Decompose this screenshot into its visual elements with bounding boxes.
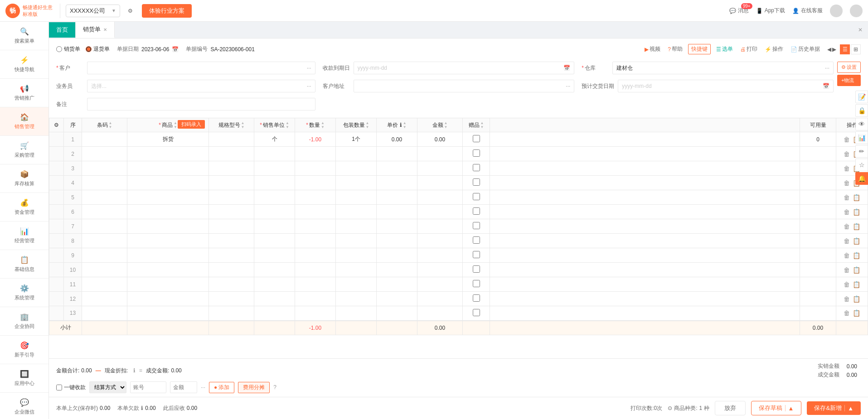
delete-icon[interactable]: 🗑 — [844, 194, 850, 201]
ellipsis-icon[interactable]: ··· — [201, 384, 205, 390]
customer-address-input[interactable]: ··· — [354, 80, 575, 92]
copy-icon[interactable]: 📋 — [853, 237, 860, 245]
float-note-icon[interactable]: 📝 — [855, 91, 868, 103]
customer-address-ellipsis-icon[interactable]: ··· — [566, 83, 570, 89]
payment-date-input[interactable]: yyyy-mm-dd 📅 — [354, 62, 575, 74]
sidebar-item-wechat[interactable]: 💬 企业微信 — [0, 393, 48, 419]
sidebar-item-guide[interactable]: 🎯 新手引导 — [0, 336, 48, 364]
copy-icon[interactable]: 📋 — [853, 281, 860, 288]
tab-sales[interactable]: 销货单 ✕ — [76, 22, 115, 38]
calendar-icon[interactable]: 📅 — [172, 46, 179, 53]
sidebar-item-inventory[interactable]: 📦 库存核算 — [0, 164, 48, 193]
sidebar-item-basic-info[interactable]: 📋 基础信息 — [0, 250, 48, 279]
copy-icon[interactable]: 📋 — [853, 266, 860, 274]
notes-input[interactable] — [87, 98, 315, 111]
save-draft-button[interactable]: 保存草稿 ▲ — [751, 401, 802, 415]
logistics-button[interactable]: +物流 — [837, 75, 861, 86]
delete-icon[interactable]: 🗑 — [844, 165, 850, 172]
float-lock-icon[interactable]: 🔒 — [855, 104, 868, 117]
copy-icon[interactable]: 📋 — [853, 223, 860, 230]
tab-home[interactable]: 首页 — [49, 22, 76, 38]
nav-prev-icon[interactable]: ◀ — [827, 46, 831, 53]
video-button[interactable]: ▶ 视频 — [643, 44, 662, 54]
delete-icon[interactable]: 🗑 — [844, 179, 850, 187]
discard-button[interactable]: 放弃 — [715, 401, 746, 415]
sidebar-item-enterprise[interactable]: 🏢 企业协同 — [0, 307, 48, 336]
close-all-tabs-icon[interactable]: ✕ — [853, 23, 868, 37]
customer-ellipsis-icon[interactable]: ··· — [307, 65, 311, 71]
delete-icon[interactable]: 🗑 — [844, 136, 850, 143]
online-service-button[interactable]: 👤 在线客服 — [792, 7, 823, 14]
company-selector[interactable]: XXXXXX公司 ▼ — [66, 5, 120, 17]
amount-input[interactable] — [170, 381, 197, 393]
setup-button[interactable]: ⚙ 设置 — [837, 62, 861, 73]
select-bill-button[interactable]: ☰ 选单 — [714, 44, 735, 54]
avatar-secondary[interactable] — [850, 5, 863, 17]
delete-icon[interactable]: 🗑 — [844, 237, 850, 245]
delete-icon[interactable]: 🗑 — [844, 252, 850, 259]
delete-icon[interactable]: 🗑 — [844, 150, 850, 158]
delivery-calendar-icon[interactable]: 📅 — [823, 83, 829, 89]
save-new-button[interactable]: 保存&新增 ▲ — [807, 401, 861, 415]
copy-icon[interactable]: 📋 — [853, 252, 860, 259]
float-star-icon[interactable]: ☆ — [855, 159, 868, 171]
sidebar-item-finance[interactable]: 💰 资金管理 — [0, 193, 48, 222]
sidebar-item-quick-nav[interactable]: ⚡ 快捷导航 — [0, 50, 48, 79]
salesperson-ellipsis-icon[interactable]: ··· — [307, 83, 311, 89]
delivery-date-input[interactable]: yyyy-mm-dd 📅 — [618, 80, 834, 92]
operation-button[interactable]: ⚡ 操作 — [763, 44, 785, 54]
account-no-input[interactable] — [130, 381, 166, 393]
list-view-icon[interactable]: ☰ — [840, 44, 850, 54]
col-settings[interactable]: ⚙ — [49, 118, 64, 132]
message-button[interactable]: 💬 消息 99+ — [729, 7, 749, 14]
scan-button[interactable]: 扫码录入 — [178, 120, 205, 129]
grid-view-icon[interactable]: ⊞ — [851, 44, 861, 54]
float-eye-icon[interactable]: 👁 — [855, 118, 868, 130]
settings-icon[interactable]: ⚙ — [124, 5, 136, 17]
sidebar-item-app-center[interactable]: 🔲 应用中心 — [0, 364, 48, 393]
expense-split-button[interactable]: 费用分摊 — [238, 382, 270, 393]
float-edit-icon[interactable]: ✏ — [855, 145, 868, 158]
shortcut-button[interactable]: 快捷键 — [688, 44, 711, 54]
salesperson-input[interactable]: 选择... ··· — [87, 80, 315, 92]
sidebar-item-purchase[interactable]: 🛒 采购管理 — [0, 136, 48, 164]
delete-icon[interactable]: 🗑 — [844, 309, 850, 317]
delete-icon[interactable]: 🗑 — [844, 281, 850, 288]
float-table-icon[interactable]: 📊 — [855, 131, 868, 144]
experience-button[interactable]: 体验行业方案 — [142, 4, 192, 18]
save-new-chevron-up-icon[interactable]: ▲ — [848, 405, 853, 412]
customer-input[interactable]: ··· — [87, 62, 315, 74]
delete-icon[interactable]: 🗑 — [844, 223, 850, 230]
delete-icon[interactable]: 🗑 — [844, 266, 850, 274]
one-click-payment-checkbox[interactable]: 一键收款 — [56, 384, 86, 391]
expense-help-icon[interactable]: ? — [273, 384, 276, 390]
sidebar-item-marketing[interactable]: 📢 营销推广 — [0, 79, 48, 107]
return-bill-radio[interactable]: 退货单 — [86, 45, 110, 53]
sidebar-item-sales[interactable]: 🏠 销售管理 — [0, 107, 48, 136]
tab-close-icon[interactable]: ✕ — [103, 27, 107, 32]
add-button[interactable]: ● 添加 — [209, 382, 234, 393]
help-button[interactable]: ? 帮助 — [666, 44, 684, 54]
chevron-up-icon[interactable]: ▲ — [788, 405, 794, 412]
copy-icon[interactable]: 📋 — [853, 208, 860, 216]
sidebar-item-search[interactable]: 🔍 搜索菜单 — [0, 22, 48, 50]
warehouse-ellipsis-icon[interactable]: ··· — [825, 65, 829, 71]
avatar[interactable] — [830, 5, 843, 17]
sales-bill-radio[interactable]: 销货单 — [56, 45, 80, 53]
info-icon[interactable]: ℹ — [133, 367, 136, 374]
print-button[interactable]: 🖨 打印 — [738, 44, 759, 54]
sidebar-item-system[interactable]: ⚙️ 系统管理 — [0, 279, 48, 307]
warehouse-input[interactable]: 建材仓 ··· — [612, 62, 834, 74]
sidebar-item-operations[interactable]: 📊 经营管理 — [0, 222, 48, 250]
deduction-info-icon[interactable]: ℹ — [141, 405, 143, 411]
history-button[interactable]: 📄 历史单据 — [789, 44, 822, 54]
float-action-icon[interactable]: 🔔 — [855, 172, 868, 185]
copy-icon[interactable]: 📋 — [853, 194, 860, 201]
app-download-button[interactable]: 📱 App下载 — [756, 7, 785, 14]
copy-icon[interactable]: 📋 — [853, 309, 860, 317]
payment-calendar-icon[interactable]: 📅 — [563, 65, 570, 71]
copy-icon[interactable]: 📋 — [853, 295, 860, 303]
settlement-method-select[interactable]: 结算方式 — [89, 381, 126, 393]
nav-next-icon[interactable]: ▶ — [832, 46, 836, 53]
delete-icon[interactable]: 🗑 — [844, 208, 850, 216]
